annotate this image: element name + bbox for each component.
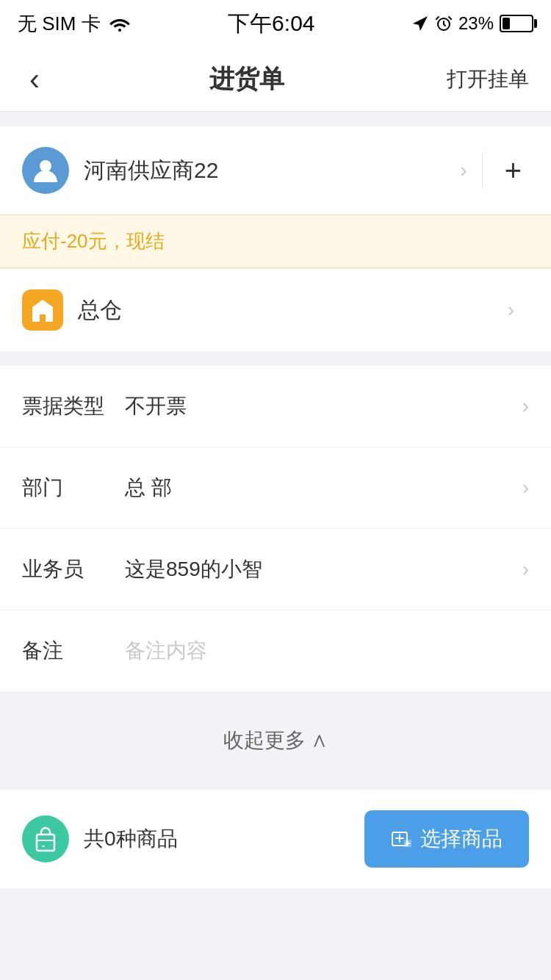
- remark-label: 备注: [22, 637, 118, 665]
- form-section: 票据类型 不开票 › 部门 总 部 › 业务员 这是859的小智 › 备注 备注…: [0, 366, 551, 691]
- invoice-type-label: 票据类型: [22, 392, 118, 420]
- page-title: 进货单: [209, 62, 284, 96]
- invoice-type-value: 不开票: [125, 392, 522, 420]
- supplier-avatar: [22, 147, 69, 194]
- nav-bar: ‹ 进货单 打开挂单: [0, 47, 551, 112]
- invoice-type-row[interactable]: 票据类型 不开票 ›: [0, 366, 551, 447]
- supplier-name: 河南供应商22: [84, 156, 460, 186]
- remark-row[interactable]: 备注 备注内容: [0, 610, 551, 691]
- status-time: 下午6:04: [228, 9, 314, 39]
- shopping-bag-icon: [31, 824, 60, 854]
- warehouse-chevron-icon: ›: [508, 298, 514, 322]
- salesperson-chevron-icon: ›: [522, 558, 529, 581]
- salesperson-label: 业务员: [22, 555, 118, 583]
- battery-icon: [500, 15, 533, 32]
- select-product-label: 选择商品: [420, 825, 503, 853]
- person-icon: [31, 156, 60, 185]
- status-left: 无 SIM 卡: [18, 11, 132, 37]
- select-product-button[interactable]: 选择商品: [364, 810, 529, 868]
- invoice-type-chevron-icon: ›: [522, 394, 529, 418]
- alarm-icon: [435, 15, 453, 32]
- status-right: 23%: [411, 13, 533, 34]
- status-bar: 无 SIM 卡 下午6:04 23%: [0, 0, 551, 47]
- svg-point-2: [40, 160, 51, 172]
- product-count-label: 共0种商品: [84, 825, 364, 853]
- warehouse-icon: [29, 297, 56, 323]
- product-section: 共0种商品 选择商品: [0, 790, 551, 888]
- warehouse-row[interactable]: 总仓 ›: [0, 268, 551, 351]
- select-product-icon: [391, 828, 413, 850]
- supplier-chevron-icon: ›: [460, 159, 467, 182]
- supplier-row[interactable]: 河南供应商22 › +: [0, 126, 551, 215]
- department-label: 部门: [22, 474, 118, 502]
- remark-input[interactable]: 备注内容: [125, 637, 529, 665]
- battery-percent: 23%: [458, 13, 494, 34]
- product-icon-container: [22, 815, 69, 862]
- supplier-section: 河南供应商22 › + 应付-20元，现结 总仓 ›: [0, 126, 551, 351]
- wifi-icon: [108, 15, 132, 32]
- carrier-text: 无 SIM 卡: [18, 11, 101, 37]
- supplier-alert: 应付-20元，现结: [0, 215, 551, 268]
- location-icon: [411, 15, 429, 32]
- svg-rect-3: [37, 835, 54, 851]
- open-pending-button[interactable]: 打开挂单: [447, 65, 529, 93]
- section-gap-1: [0, 112, 551, 126]
- department-row[interactable]: 部门 总 部 ›: [0, 447, 551, 529]
- department-chevron-icon: ›: [522, 476, 529, 500]
- collapse-more-button[interactable]: 收起更多 ∧: [0, 706, 551, 775]
- vertical-divider: [482, 152, 483, 189]
- warehouse-icon-container: [22, 289, 63, 331]
- salesperson-value: 这是859的小智: [125, 555, 522, 583]
- add-supplier-button[interactable]: +: [497, 154, 529, 187]
- department-value: 总 部: [125, 474, 522, 502]
- svg-point-0: [118, 29, 121, 32]
- back-button[interactable]: ‹: [22, 54, 47, 104]
- salesperson-row[interactable]: 业务员 这是859的小智 ›: [0, 529, 551, 610]
- warehouse-name: 总仓: [78, 295, 508, 325]
